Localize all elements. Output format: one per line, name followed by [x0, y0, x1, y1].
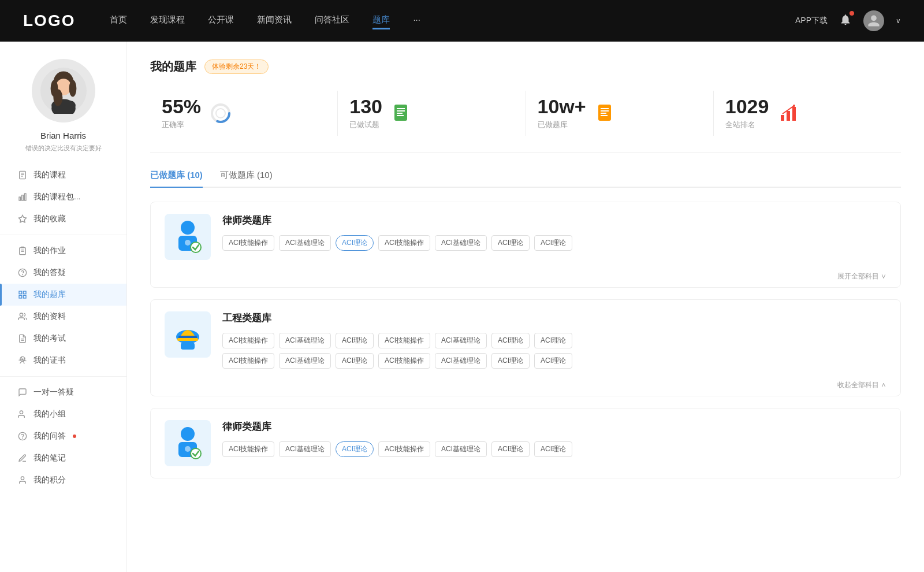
clipboard-icon — [17, 246, 28, 256]
edit-icon — [17, 453, 28, 463]
tag-active[interactable]: ACI理论 — [336, 441, 374, 457]
sidebar-item-exams[interactable]: 我的考试 — [0, 328, 126, 350]
expand-link-1[interactable]: 展开全部科目 ∨ — [837, 272, 886, 281]
tag[interactable]: ACI技能操作 — [222, 353, 274, 369]
sidebar-item-certificates[interactable]: 我的证书 — [0, 350, 126, 372]
nav-home[interactable]: 首页 — [110, 12, 127, 29]
qbank-header: 律师类题库 ACI技能操作 ACI基础理论 ACI理论 ACI技能操作 ACI基… — [151, 408, 900, 478]
nav-discover[interactable]: 发现课程 — [150, 12, 185, 29]
tag-active[interactable]: ACI理论 — [336, 235, 374, 251]
user-menu-chevron[interactable]: ∨ — [896, 17, 901, 25]
nav-qbank[interactable]: 题库 — [372, 12, 390, 29]
tag[interactable]: ACI理论 — [534, 353, 572, 369]
tag[interactable]: ACI基础理论 — [279, 441, 331, 457]
divider — [0, 376, 126, 377]
sidebar-label: 我的课程 — [33, 170, 66, 180]
sidebar-label: 我的笔记 — [33, 453, 66, 463]
pie-chart-icon — [209, 102, 232, 125]
collapse-link[interactable]: 收起全部科目 ∧ — [837, 380, 886, 390]
nav-news[interactable]: 新闻资讯 — [257, 12, 292, 29]
tag[interactable]: ACI基础理论 — [435, 333, 487, 348]
stat-value-done: 130 — [349, 96, 382, 116]
qbank-section-lawyer-2: 律师类题库 ACI技能操作 ACI基础理论 ACI理论 ACI技能操作 ACI基… — [150, 408, 901, 478]
tag[interactable]: ACI理论 — [336, 333, 374, 348]
sidebar-item-points[interactable]: 我的积分 — [0, 469, 126, 491]
nav-qa[interactable]: 问答社区 — [315, 12, 349, 29]
qbank-title-3: 律师类题库 — [222, 420, 886, 433]
tag[interactable]: ACI技能操作 — [222, 235, 274, 251]
sidebar-label: 我的作业 — [33, 246, 66, 256]
sidebar-label: 我的题库 — [33, 289, 66, 300]
doc-orange-icon — [594, 102, 617, 125]
qbank-section-engineer: 工程类题库 ACI技能操作 ACI基础理论 ACI理论 ACI技能操作 ACI基… — [150, 299, 901, 396]
tag[interactable]: ACI理论 — [534, 333, 572, 348]
qbank-body: 工程类题库 ACI技能操作 ACI基础理论 ACI理论 ACI技能操作 ACI基… — [222, 311, 886, 369]
stat-text: 10w+ 已做题库 — [538, 96, 586, 130]
sidebar-item-groups[interactable]: 我的小组 — [0, 403, 126, 425]
svg-rect-46 — [781, 115, 784, 121]
trial-badge: 体验剩余23天！ — [204, 60, 269, 74]
sidebar-label: 我的小组 — [33, 409, 66, 419]
nav-menu: 首页 发现课程 公开课 新闻资讯 问答社区 题库 ··· — [110, 12, 795, 29]
sidebar-item-my-courses[interactable]: 我的课程 — [0, 164, 126, 186]
sidebar-item-homework[interactable]: 我的作业 — [0, 240, 126, 262]
sidebar-label: 我的问答 — [33, 431, 66, 441]
tag[interactable]: ACI理论 — [336, 353, 374, 369]
sidebar-item-favorites[interactable]: 我的收藏 — [0, 208, 126, 230]
stat-text: 130 已做试题 — [349, 96, 382, 130]
sidebar: Brian Harris 错误的决定比没有决定要好 我的课程 我的课程包... … — [0, 42, 127, 572]
svg-rect-16 — [20, 248, 26, 255]
sidebar-item-course-packages[interactable]: 我的课程包... — [0, 186, 126, 208]
svg-rect-47 — [787, 111, 790, 121]
qbank-title-2: 工程类题库 — [222, 311, 886, 325]
sidebar-item-profile-data[interactable]: 我的资料 — [0, 306, 126, 328]
qbank-footer-1: 展开全部科目 ∨ — [151, 272, 900, 287]
avatar-icon — [867, 14, 881, 28]
sidebar-item-my-questions[interactable]: 我的问答 — [0, 425, 126, 447]
notification-bell[interactable] — [839, 13, 852, 28]
tag[interactable]: ACI技能操作 — [378, 235, 430, 251]
user-avatar-nav[interactable] — [863, 10, 884, 31]
tag[interactable]: ACI基础理论 — [435, 441, 487, 457]
tag[interactable]: ACI理论 — [491, 353, 530, 369]
logo[interactable]: LOGO — [23, 12, 75, 30]
tag[interactable]: ACI基础理论 — [435, 353, 487, 369]
tag[interactable]: ACI理论 — [534, 235, 572, 251]
sidebar-item-question-bank[interactable]: 我的题库 — [0, 284, 126, 306]
svg-rect-24 — [23, 295, 26, 298]
tags-row-3: ACI技能操作 ACI基础理论 ACI理论 ACI技能操作 ACI基础理论 AC… — [222, 441, 886, 457]
tag[interactable]: ACI基础理论 — [279, 353, 331, 369]
nav-open-course[interactable]: 公开课 — [208, 12, 234, 29]
tags-row-2a: ACI技能操作 ACI基础理论 ACI理论 ACI技能操作 ACI基础理论 AC… — [222, 333, 886, 348]
tag[interactable]: ACI技能操作 — [378, 441, 430, 457]
qbank-body: 律师类题库 ACI技能操作 ACI基础理论 ACI理论 ACI技能操作 ACI基… — [222, 214, 886, 251]
tag[interactable]: ACI理论 — [491, 441, 530, 457]
nav-more[interactable]: ··· — [413, 12, 420, 29]
qbank-header: 律师类题库 ACI技能操作 ACI基础理论 ACI理论 ACI技能操作 ACI基… — [151, 202, 900, 272]
qbank-icon-lawyer-2 — [165, 420, 211, 466]
tab-done-banks[interactable]: 已做题库 (10) — [150, 170, 203, 187]
svg-rect-14 — [24, 194, 26, 200]
tag[interactable]: ACI技能操作 — [378, 333, 430, 348]
tag[interactable]: ACI技能操作 — [378, 353, 430, 369]
stats-row: 55% 正确率 130 已做试题 — [150, 91, 901, 153]
tag[interactable]: ACI技能操作 — [222, 333, 274, 348]
sidebar-item-questions[interactable]: 我的答疑 — [0, 262, 126, 284]
qbank-icon-lawyer — [165, 214, 211, 260]
tag[interactable]: ACI基础理论 — [279, 235, 331, 251]
tag[interactable]: ACI理论 — [491, 235, 530, 251]
svg-point-61 — [191, 448, 201, 459]
app-download-button[interactable]: APP下载 — [795, 16, 828, 26]
sidebar-item-one-on-one[interactable]: 一对一答疑 — [0, 381, 126, 403]
help-circle-icon — [17, 268, 28, 278]
svg-rect-48 — [792, 107, 796, 121]
tag[interactable]: ACI基础理论 — [435, 235, 487, 251]
stat-text: 55% 正确率 — [162, 96, 201, 130]
tag[interactable]: ACI理论 — [534, 441, 572, 457]
tag[interactable]: ACI技能操作 — [222, 441, 274, 457]
tag[interactable]: ACI理论 — [491, 333, 530, 348]
tab-available-banks[interactable]: 可做题库 (10) — [220, 170, 273, 187]
tag[interactable]: ACI基础理论 — [279, 333, 331, 348]
sidebar-item-notes[interactable]: 我的笔记 — [0, 447, 126, 469]
svg-point-31 — [23, 438, 23, 439]
